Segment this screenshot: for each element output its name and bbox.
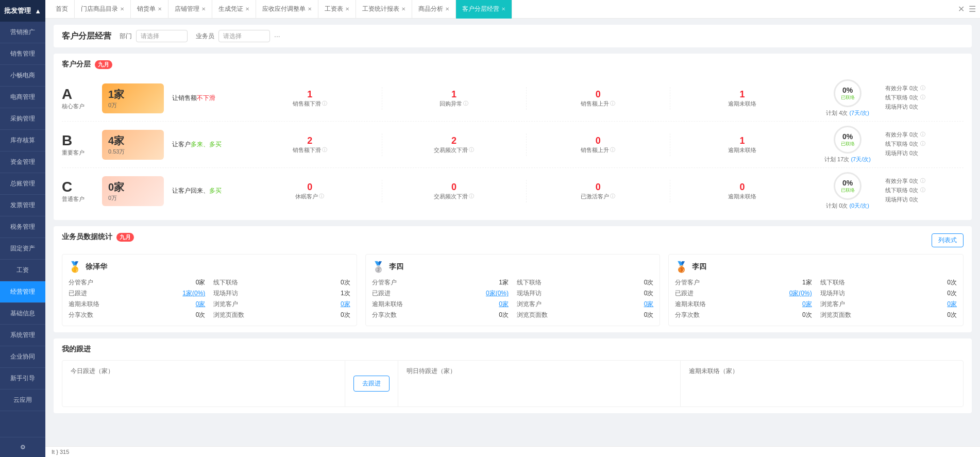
staff-stat-row: 浏览页面数 0次	[820, 311, 957, 319]
stat-b-1: 2 交易频次下滑 ⓘ	[382, 133, 527, 156]
info-icon[interactable]: ⓘ	[920, 187, 925, 194]
tab-close-receivable[interactable]: ✕	[308, 6, 312, 12]
tab-voucher[interactable]: 生成凭证 ✕	[212, 0, 256, 19]
stat-c-1: 0 交易频次下滑 ⓘ	[382, 180, 527, 202]
info-icon[interactable]: ⓘ	[469, 193, 474, 200]
info-icon[interactable]: ⓘ	[610, 193, 615, 200]
staff-stat-row: 逾期未联络 0家	[69, 300, 205, 309]
info-icon[interactable]: ⓘ	[319, 193, 324, 200]
stat-a-3: 1 逾期未联络	[670, 87, 814, 110]
info-icon[interactable]: ⓘ	[463, 100, 468, 107]
tab-store-products[interactable]: 门店商品目录 ✕	[75, 0, 131, 19]
stat-b-3: 1 逾期未联络	[670, 133, 814, 156]
sidebar-toggle-icon[interactable]: ▲	[35, 7, 41, 15]
info-icon[interactable]: ⓘ	[610, 146, 615, 154]
sidebar-item-assets[interactable]: 固定资产	[0, 238, 45, 260]
dept-filter: 部门 请选择	[120, 30, 188, 42]
info-icon[interactable]: ⓘ	[322, 100, 327, 107]
tab-close-customer-tier[interactable]: ✕	[501, 6, 505, 12]
tab-more-icon[interactable]: ☰	[969, 4, 976, 14]
tab-close-store-mgmt[interactable]: ✕	[201, 6, 206, 12]
info-icon[interactable]: ⓘ	[920, 131, 925, 138]
sidebar-item-invoice[interactable]: 发票管理	[0, 195, 45, 216]
staff-header-0: 🥇 徐泽华	[69, 261, 350, 273]
info-icon[interactable]: ⓘ	[920, 84, 925, 92]
sidebar-item-cloud[interactable]: 云应用	[0, 390, 45, 411]
info-icon[interactable]: ⓘ	[610, 100, 615, 107]
goto-followup-button[interactable]: 去跟进	[353, 376, 390, 392]
dept-select[interactable]: 请选择	[136, 30, 188, 42]
sidebar-header[interactable]: 批发管理 ▲	[0, 0, 45, 22]
tab-customer-tier[interactable]: 客户分层经营 ✕	[456, 0, 512, 19]
tab-close-store-products[interactable]: ✕	[120, 6, 124, 12]
tab-close-all-icon[interactable]: ✕	[958, 4, 965, 14]
info-icon[interactable]: ⓘ	[469, 146, 474, 154]
followup-today: 今日跟进（家）	[62, 361, 345, 407]
sidebar-item-marketing[interactable]: 营销推广	[0, 22, 45, 43]
staff-select[interactable]: 请选择	[218, 30, 270, 42]
sidebar-item-basic[interactable]: 基础信息	[0, 303, 45, 325]
followup-grid: 今日跟进（家） 去跟进 明日待跟进（家） 逾期未联络（家）	[62, 360, 964, 407]
tier-contact-a: 0% 已联络 计划 4次 (7天/次)	[814, 79, 881, 117]
staff-label: 业务员	[196, 32, 214, 41]
followup-tomorrow-title: 明日待跟进（家）	[407, 367, 672, 376]
tab-receivable[interactable]: 应收应付调整单 ✕	[256, 0, 318, 19]
tier-row-c: C 普通客户 0家 0万 让客户回来、多买 0 休眠客户 ⓘ	[62, 168, 964, 214]
content-area: 客户分层经营 部门 请选择 业务员 请选择 ··· 客户分层 九月	[45, 19, 980, 446]
sidebar-item-ecom-small[interactable]: 小畅电商	[0, 65, 45, 87]
sidebar-item-management[interactable]: 经营管理	[0, 281, 45, 303]
followup-tomorrow: 明日待跟进（家）	[398, 361, 681, 407]
sidebar-item-finance[interactable]: 资金管理	[0, 151, 45, 173]
sidebar-item-salary[interactable]: 工资	[0, 260, 45, 281]
tab-store-mgmt[interactable]: 店铺管理 ✕	[168, 0, 212, 19]
staff-stats-1: 分管客户 1家 线下联络 0次 已跟进 0家(0%) 现场拜访	[372, 278, 654, 319]
staff-stat-row: 浏览客户 0家	[820, 300, 957, 309]
tab-sales-order[interactable]: 销货单 ✕	[131, 0, 168, 19]
tab-home[interactable]: 首页	[49, 0, 75, 19]
staff-card-1: 🥈 李四 分管客户 1家 线下联络 0次 已跟进	[365, 254, 661, 326]
filter-more-icon[interactable]: ···	[274, 32, 280, 40]
sidebar-item-system[interactable]: 系统管理	[0, 325, 45, 346]
staff-filter: 业务员 请选择 ···	[196, 30, 280, 42]
info-icon[interactable]: ⓘ	[920, 177, 925, 184]
plan-link-a[interactable]: (7天/次)	[849, 110, 869, 116]
info-icon[interactable]: ⓘ	[920, 94, 925, 101]
staff-stat-row: 线下联络 0次	[820, 278, 957, 287]
medal-icon-0: 🥇	[69, 261, 81, 273]
settings-icon[interactable]: ⚙	[0, 437, 45, 457]
followup-overdue-title: 逾期未联络（家）	[689, 367, 955, 376]
tab-payroll[interactable]: 工资表 ✕	[318, 0, 356, 19]
followup-overdue: 逾期未联络（家）	[681, 361, 963, 407]
list-view-button[interactable]: 列表式	[932, 233, 964, 247]
sidebar-item-ledger[interactable]: 总账管理	[0, 173, 45, 195]
plan-link-c[interactable]: (0天/次)	[849, 202, 869, 209]
tab-close-product-analysis[interactable]: ✕	[445, 6, 449, 12]
stat-c-2: 0 已激活客户 ⓘ	[527, 180, 671, 202]
plan-link-b[interactable]: (7天/次)	[851, 156, 871, 162]
staff-stat-row: 线下联络 0次	[213, 278, 350, 287]
info-icon[interactable]: ⓘ	[920, 140, 925, 147]
tab-close-sales-order[interactable]: ✕	[158, 6, 162, 12]
followup-overdue-content	[689, 380, 955, 400]
tab-close-payroll-report[interactable]: ✕	[401, 6, 405, 12]
stat-a-0: 1 销售额下滑 ⓘ	[238, 87, 382, 110]
tab-payroll-report[interactable]: 工资统计报表 ✕	[356, 0, 412, 19]
staff-card-2: 🥉 李四 分管客户 1家 线下联络 0次 已跟进	[668, 254, 964, 326]
staff-stat-row: 分管客户 0家	[69, 278, 205, 287]
stat-a-1: 1 回购异常 ⓘ	[382, 87, 527, 110]
staff-stat-row: 现场拜访 0次	[517, 289, 653, 298]
sidebar-item-collab[interactable]: 企业协同	[0, 346, 45, 368]
sidebar-item-ecom[interactable]: 电商管理	[0, 87, 45, 108]
tab-close-payroll[interactable]: ✕	[345, 6, 349, 12]
tier-stats-a: 1 销售额下滑 ⓘ 1 回购异常 ⓘ 0	[238, 87, 814, 110]
sidebar-item-inventory[interactable]: 库存核算	[0, 130, 45, 151]
info-icon[interactable]: ⓘ	[322, 146, 327, 154]
sidebar-item-tax[interactable]: 税务管理	[0, 216, 45, 238]
sidebar-item-purchase[interactable]: 采购管理	[0, 108, 45, 130]
tab-product-analysis[interactable]: 商品分析 ✕	[412, 0, 456, 19]
tab-close-voucher[interactable]: ✕	[245, 6, 249, 12]
stat-a-2: 0 销售额上升 ⓘ	[527, 87, 671, 110]
sidebar-item-guide[interactable]: 新手引导	[0, 368, 45, 390]
sidebar-item-sales[interactable]: 销售管理	[0, 43, 45, 65]
followup-goto-area: 去跟进	[345, 361, 398, 407]
